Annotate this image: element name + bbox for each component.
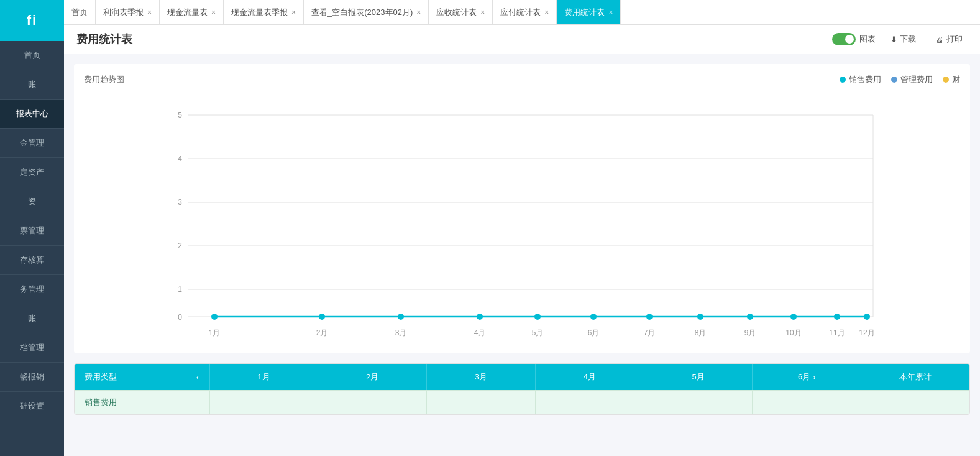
chart-section: 费用趋势图 销售费用 管理费用 财 xyxy=(74,64,970,353)
sidebar-item-services[interactable]: 务管理 xyxy=(0,275,64,304)
svg-point-18 xyxy=(590,314,597,320)
td-type-sales: 销售费用 xyxy=(75,391,210,414)
next-period-arrow[interactable]: › xyxy=(813,372,816,382)
svg-point-13 xyxy=(211,314,218,320)
sidebar-item-home[interactable]: 首页 xyxy=(0,41,64,70)
print-button[interactable]: 🖨 打印 xyxy=(931,31,968,47)
tab-close-receivable[interactable]: × xyxy=(480,8,485,17)
svg-point-17 xyxy=(534,314,541,320)
chart-title: 费用趋势图 xyxy=(84,74,124,85)
td-sales-6 xyxy=(753,391,861,414)
download-button[interactable]: ⬇ 下载 xyxy=(886,31,921,47)
svg-text:5: 5 xyxy=(178,111,182,119)
legend-admin: 管理费用 xyxy=(891,74,933,85)
chart-container: 5 4 3 2 1 0 xyxy=(84,93,960,343)
sidebar-item-inventory[interactable]: 存核算 xyxy=(0,246,64,275)
table-header-row: 费用类型 ‹ 1月 2月 3月 4月 5月 xyxy=(75,364,969,390)
tab-close-payable[interactable]: × xyxy=(544,8,549,17)
td-sales-3 xyxy=(427,391,536,414)
svg-point-14 xyxy=(319,314,325,320)
tab-close-expense-stats[interactable]: × xyxy=(608,8,613,17)
trend-chart: 5 4 3 2 1 0 xyxy=(84,93,960,342)
page-title: 费用统计表 xyxy=(76,32,132,47)
sidebar-item-settings[interactable]: 础设置 xyxy=(0,392,64,421)
svg-point-19 xyxy=(646,314,653,320)
sidebar-item-funds[interactable]: 金管理 xyxy=(0,129,64,158)
svg-point-16 xyxy=(477,314,483,320)
svg-text:12月: 12月 xyxy=(859,328,874,337)
tab-bar: 首页 利润表季报 × 现金流量表 × 现金流量表季报 × 查看_空白报表(202… xyxy=(64,0,980,25)
svg-text:1月: 1月 xyxy=(209,328,221,337)
tab-expense-stats[interactable]: 费用统计表 × xyxy=(557,0,621,25)
svg-point-21 xyxy=(747,314,753,320)
svg-text:1: 1 xyxy=(178,285,182,294)
th-col-1: 1月 xyxy=(210,364,319,390)
tab-blank-report[interactable]: 查看_空白报表(2023年02月) × xyxy=(304,0,429,25)
svg-point-22 xyxy=(790,314,797,320)
svg-text:10月: 10月 xyxy=(785,328,801,337)
svg-point-24 xyxy=(864,314,870,320)
download-icon: ⬇ xyxy=(891,35,897,44)
svg-point-15 xyxy=(398,314,404,320)
legend-dot-admin xyxy=(891,77,897,83)
th-cumulative: 本年累计 xyxy=(861,364,969,390)
chart-header: 费用趋势图 销售费用 管理费用 财 xyxy=(84,74,960,85)
page-header: 费用统计表 图表 ⬇ 下载 🖨 打印 xyxy=(64,25,980,54)
tab-close-cashflow-quarterly[interactable]: × xyxy=(291,8,296,17)
svg-text:9月: 9月 xyxy=(744,328,756,337)
tab-cashflow-quarterly[interactable]: 现金流量表季报 × xyxy=(224,0,304,25)
sidebar-item-reports[interactable]: 报表中心 xyxy=(0,100,64,129)
svg-text:3月: 3月 xyxy=(395,328,407,337)
th-col-2: 2月 xyxy=(318,364,427,390)
th-col-6: 6月 › xyxy=(753,364,861,390)
svg-point-20 xyxy=(697,314,703,320)
svg-text:0: 0 xyxy=(178,313,182,322)
tab-profit-quarterly[interactable]: 利润表季报 × xyxy=(96,0,160,25)
legend-finance: 财 xyxy=(943,74,960,85)
sidebar-logo: fi xyxy=(0,0,64,41)
svg-text:3: 3 xyxy=(178,198,182,207)
td-sales-cumulative xyxy=(861,391,969,414)
td-sales-2 xyxy=(318,391,427,414)
expense-table: 费用类型 ‹ 1月 2月 3月 4月 5月 xyxy=(74,363,970,415)
td-sales-4 xyxy=(536,391,644,414)
svg-text:5月: 5月 xyxy=(532,328,544,337)
chart-legend: 销售费用 管理费用 财 xyxy=(840,74,960,85)
prev-period-arrow[interactable]: ‹ xyxy=(196,372,199,382)
tab-close-profit-quarterly[interactable]: × xyxy=(147,8,152,17)
sidebar-item-assets[interactable]: 定资产 xyxy=(0,158,64,187)
content-area: 费用统计表 图表 ⬇ 下载 🖨 打印 费用趋势图 xyxy=(64,25,980,456)
tab-receivable[interactable]: 应收统计表 × xyxy=(429,0,493,25)
svg-text:2月: 2月 xyxy=(316,328,328,337)
sidebar-item-ledger[interactable]: 账 xyxy=(0,304,64,333)
sidebar-item-account[interactable]: 账 xyxy=(0,70,64,100)
svg-point-23 xyxy=(834,314,840,320)
sidebar-item-invoices[interactable]: 票管理 xyxy=(0,216,64,246)
header-actions: 图表 ⬇ 下载 🖨 打印 xyxy=(832,31,968,47)
tab-home[interactable]: 首页 xyxy=(64,0,96,25)
th-col-5: 5月 xyxy=(644,364,753,390)
tab-close-cashflow[interactable]: × xyxy=(211,8,216,17)
svg-text:4: 4 xyxy=(178,154,182,163)
legend-dot-finance xyxy=(943,77,949,83)
sidebar-item-archive[interactable]: 档管理 xyxy=(0,333,64,363)
th-type: 费用类型 ‹ xyxy=(75,364,210,390)
print-icon: 🖨 xyxy=(936,35,944,44)
svg-text:8月: 8月 xyxy=(695,328,707,337)
chart-toggle-label: 图表 xyxy=(832,33,876,45)
svg-text:4月: 4月 xyxy=(474,328,486,337)
svg-text:11月: 11月 xyxy=(829,328,845,337)
sidebar-item-capital[interactable]: 资 xyxy=(0,187,64,216)
tab-cashflow[interactable]: 现金流量表 × xyxy=(160,0,224,25)
chart-toggle[interactable] xyxy=(832,33,856,45)
table-row-sales: 销售费用 xyxy=(75,390,969,414)
sidebar-item-expense[interactable]: 畅报销 xyxy=(0,363,64,392)
tab-close-blank-report[interactable]: × xyxy=(416,8,421,17)
legend-dot-sales xyxy=(840,77,846,83)
tab-payable[interactable]: 应付统计表 × xyxy=(493,0,557,25)
svg-text:2: 2 xyxy=(178,241,182,250)
td-sales-5 xyxy=(644,391,753,414)
td-sales-1 xyxy=(210,391,319,414)
svg-text:6月: 6月 xyxy=(588,328,600,337)
svg-text:7月: 7月 xyxy=(644,328,656,337)
